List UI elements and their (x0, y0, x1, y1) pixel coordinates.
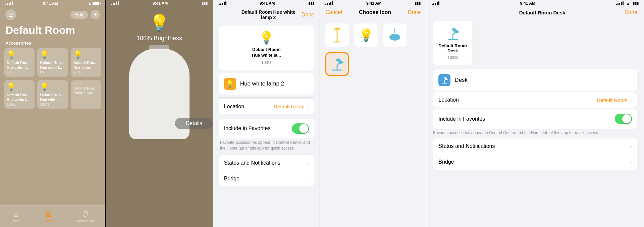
desk-accessory-card: Default RoomDesk 100% (433, 21, 472, 65)
desk-lamp-card-svg (446, 26, 460, 41)
status-right-1: ▲ (88, 2, 100, 5)
details-button[interactable]: Details (175, 118, 213, 129)
edit-button[interactable]: Edit (70, 11, 88, 19)
tile-name-6: Default Roo...Philips hue... (73, 86, 99, 96)
desk-menu-rows: Status and Notifications › Bridge › (433, 138, 637, 170)
tile-name-3: Default Roo...Hue color l... (73, 60, 99, 70)
desk-icon-small-svg (441, 76, 448, 84)
panel-default-room-list: 9:41 AM ▲ ☰ Edit + Default Room Accessor… (0, 0, 105, 227)
status-left-1 (5, 1, 13, 5)
plus-icon: + (94, 11, 97, 18)
tile-icon-4: 💡 (7, 82, 32, 91)
p5-navigation: Default Room Desk Done (426, 7, 644, 18)
status-chevron: › (307, 160, 309, 166)
status-notifications-item[interactable]: Status and Notifications › (219, 155, 314, 171)
battery-text-2: ▮▮▮ (202, 1, 208, 6)
brightness-text: 100% Brightness (137, 35, 182, 42)
icon-pendant[interactable] (383, 23, 407, 47)
location-row[interactable]: Location Default Room › (219, 99, 314, 114)
desk-status-label: Status and Notifications (438, 143, 495, 149)
location-chevron: › (307, 104, 309, 110)
tile-name-1: Default Roo...Hue color l... (7, 60, 32, 70)
desk-bridge-label: Bridge (438, 159, 454, 165)
tab-home-label: Home (11, 219, 20, 223)
lamp-icon-wrap: 💡 (224, 78, 236, 90)
accessory-bulb-icon: 💡 (259, 31, 274, 45)
done-button-3[interactable]: Done (302, 12, 314, 18)
status-left-3 (219, 1, 226, 5)
battery-icon-4: ▮▮▮ (415, 1, 421, 6)
desk-icon-wrap (438, 74, 450, 86)
tab-automation[interactable]: ⏱ Automation (77, 210, 94, 223)
panel-choose-icon: 9:41 AM ▮▮▮ Cancel Choose Icon Done 💡 (320, 0, 426, 227)
signal-icon-4 (325, 1, 333, 5)
tile-name-2: Default Roo...Hue color l... (40, 60, 65, 70)
battery-icon-5: ▮▮▮ (633, 1, 639, 6)
favorites-toggle[interactable] (292, 123, 309, 134)
tile-hue-color-1[interactable]: 💡 Default Roo...Hue color l... 13% (4, 48, 35, 77)
header-actions: Edit + (70, 10, 100, 19)
tile-hue-color-3[interactable]: 💡 Default Roo...Hue color l... 28% (71, 48, 101, 77)
desk-location-row[interactable]: Location Default Room › (433, 92, 637, 108)
floor-lamp-svg (330, 27, 344, 44)
bulb-emoji-icon: 💡 (359, 28, 374, 42)
tile-hue-white-2[interactable]: 💡 Default Roo...Hue white l... 100% (37, 80, 68, 109)
tab-rooms[interactable]: ⊞ Rooms (43, 210, 54, 223)
signal-icon-3 (219, 1, 226, 5)
tile-name-4: Default Roo...Hue white l... (7, 93, 32, 102)
add-button[interactable]: + (91, 10, 100, 19)
menu-button[interactable]: ☰ (5, 9, 16, 20)
done-button-4[interactable]: Done (408, 9, 421, 15)
icon-bulb[interactable]: 💡 (354, 23, 378, 47)
status-time-5: 9:41 AM (520, 1, 535, 6)
status-left-5 (432, 1, 439, 5)
bridge-label: Bridge (224, 176, 239, 182)
tile-value-2: 0% (40, 70, 65, 74)
desk-favorites-toggle[interactable] (615, 114, 632, 124)
accessories-grid: 💡 Default Roo...Hue color l... 13% 💡 Def… (0, 48, 105, 109)
accessories-label: Accessories (0, 39, 105, 48)
p5-cards-area: Default RoomDesk 100% (426, 18, 644, 68)
icon-floor-lamp[interactable] (325, 23, 349, 47)
menu-rows-3: Status and Notifications › Bridge › (219, 155, 314, 186)
favorites-row: Include in Favorites (219, 119, 314, 138)
desk-status-notifications-item[interactable]: Status and Notifications › (433, 138, 637, 154)
done-button-5[interactable]: Done (625, 9, 637, 15)
accessory-card-value: 100% (261, 60, 272, 65)
tile-value-3: 28% (73, 70, 99, 74)
accessory-card-3: 💡 Default RoomHue white la... 100% (219, 25, 314, 70)
favorites-note: Favorite accessories appear in Control C… (219, 140, 314, 151)
tab-home[interactable]: ⌂ Home (11, 210, 20, 223)
status-time-3: 9:41 AM (260, 1, 275, 6)
tile-hue-white-1[interactable]: 💡 Default Roo...Hue white l... 100% (4, 80, 35, 109)
tile-icon-6 (73, 82, 99, 84)
p2-content: 💡 100% Brightness Details (106, 7, 213, 156)
desk-status-chevron: › (630, 143, 632, 149)
lamp-name-row[interactable]: 💡 Hue white lamp 2 (219, 73, 314, 95)
signal-icon-2 (111, 1, 119, 5)
desk-location-value-wrap: Default Room › (597, 97, 632, 103)
desk-name-text: Desk (454, 77, 468, 83)
tile-philips-hue[interactable]: Default Roo...Philips hue... (71, 80, 101, 109)
tile-value-4: 100% (7, 102, 32, 106)
desk-favorites-row: Include in Favorites (433, 109, 637, 129)
bridge-item[interactable]: Bridge › (219, 171, 314, 186)
philips-dots (73, 82, 99, 84)
icon-desk-lamp-selected[interactable] (325, 52, 349, 76)
panel-accessory-detail: 9:41 AM ▮▮▮ Default Room Hue white lamp … (213, 0, 320, 227)
status-time-2: 9:41 AM (153, 1, 168, 6)
status-bar-4: 9:41 AM ▮▮▮ (320, 0, 426, 7)
status-left-4 (325, 1, 333, 5)
tile-hue-color-2[interactable]: 💡 Default Roo...Hue color l... 0% (37, 48, 68, 77)
desk-bridge-chevron: › (630, 159, 632, 165)
desk-bridge-item[interactable]: Bridge › (433, 154, 637, 170)
tab-rooms-label: Rooms (43, 219, 54, 223)
panel-default-room-desk: 9:41 AM ▲ ▮▮▮ Default Room Desk Done Def… (426, 0, 644, 227)
p1-header: ☰ Edit + (0, 7, 105, 23)
location-value-wrap: Default Room › (274, 104, 309, 110)
wifi-icon-1: ▲ (88, 2, 91, 5)
tile-value-1: 13% (7, 70, 32, 74)
cancel-button[interactable]: Cancel (325, 9, 342, 15)
desk-name-row[interactable]: Desk (433, 69, 637, 91)
p4-nav-title: Choose Icon (359, 9, 391, 15)
